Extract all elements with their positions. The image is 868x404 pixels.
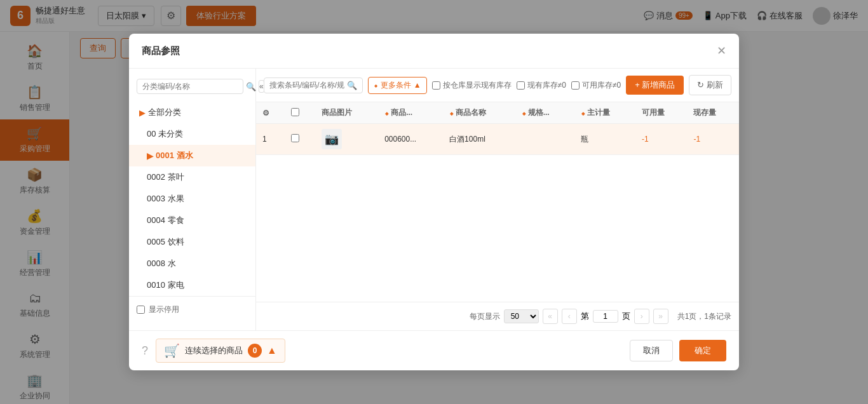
footer-right: 取消 确定 [630,340,726,361]
row-available: -1 [635,124,688,155]
table-row[interactable]: 1 📷 000600... 白酒100ml 瓶 -1 -1 [256,124,739,155]
page-number-input[interactable] [593,310,618,323]
stock-nonzero-checkbox[interactable] [517,81,525,90]
category-panel: 🔍 « ▶ 全部分类 00 未分类 ▶ 0001 酒水 0002 茶叶 [129,69,256,330]
category-item-0004[interactable]: 0004 零食 [129,210,255,231]
first-page-button[interactable]: « [543,309,558,324]
total-info: 共1页，1条记录 [677,311,731,322]
stock-nonzero-label[interactable]: 现有库存≠0 [517,80,566,91]
cart-label: 连续选择的商品 [185,345,243,356]
sort-icon: ⬥ [522,109,526,118]
search-icon: 🔍 [246,82,256,91]
th-stock: 现存量 [687,102,739,124]
product-image: 📷 [322,129,342,149]
product-search-input[interactable] [269,81,344,90]
cancel-button[interactable]: 取消 [630,340,673,361]
sort-icon: ⬥ [384,109,389,118]
page-prefix-label: 第 [581,311,589,322]
modal-title: 商品参照 [142,45,180,57]
modal-header: 商品参照 ✕ [129,34,739,69]
pagination-row: 每页显示 50 100 « ‹ 第 页 › » 共1页，1条记录 [256,302,739,330]
th-checkbox [285,102,315,124]
cart-icon: 🛒 [164,343,180,358]
show-disabled-label[interactable]: 显示停用 [137,304,248,315]
category-search-input[interactable] [137,79,243,94]
category-item-00[interactable]: 00 未分类 [129,123,255,145]
refresh-product-button[interactable]: ↻ 刷新 [689,75,731,95]
row-index: 1 [256,124,285,155]
product-table: ⚙ 商品图片 ⬥商品... ⬥商品名称 ⬥规格... ⬥主计量 可用量 现存量 [256,102,739,302]
row-code: 000600... [378,124,443,155]
footer-left: ? 🛒 连续选择的商品 0 ▲ [142,339,285,363]
warehouse-checkbox[interactable] [432,81,440,90]
available-nonzero-checkbox[interactable] [571,81,580,90]
settings-icon: ⚙ [262,109,269,118]
th-spec[interactable]: ⬥规格... [515,102,574,124]
filter-button[interactable]: ⬥ 更多条件 ▲ [368,77,427,94]
th-name[interactable]: ⬥商品名称 [443,102,515,124]
th-available: 可用量 [635,102,688,124]
row-stock: -1 [687,124,739,155]
select-all-checkbox[interactable] [291,108,299,116]
category-item-0002[interactable]: 0002 茶叶 [129,166,255,188]
available-nonzero-label[interactable]: 可用库存≠0 [571,80,621,91]
row-checkbox [285,124,315,155]
row-image: 📷 [315,124,378,155]
page-size-select[interactable]: 50 100 [504,309,539,323]
product-reference-modal: 商品参照 ✕ 🔍 « ▶ 全部分类 00 未分类 ▶ 0001 酒水 [129,34,739,370]
expand-icon: ▶ [147,151,153,161]
close-button[interactable]: ✕ [717,44,726,58]
expand-icon: ▶ [139,108,146,118]
th-unit[interactable]: ⬥主计量 [574,102,635,124]
prev-page-button[interactable]: ‹ [562,309,577,324]
sort-icon: ⬥ [581,109,585,118]
category-item-0008[interactable]: 0008 水 [129,253,255,274]
search-icon: 🔍 [347,81,357,90]
cart-count: 0 [248,344,262,358]
warehouse-checkbox-label[interactable]: 按仓库显示现有库存 [432,80,512,91]
row-select-checkbox[interactable] [291,134,299,142]
filter-icon: ⬥ [374,81,378,90]
category-footer: 显示停用 [129,296,255,323]
category-item-0010[interactable]: 0010 家电 [129,274,255,296]
help-icon[interactable]: ? [142,344,148,358]
row-unit: 瓶 [574,124,635,155]
product-search-box: 🔍 [264,77,363,93]
cart-collapse-button[interactable]: ▲ [267,345,277,356]
category-item-0001[interactable]: ▶ 0001 酒水 [129,145,255,166]
th-code[interactable]: ⬥商品... [378,102,443,124]
row-spec [515,124,574,155]
product-table-element: ⚙ 商品图片 ⬥商品... ⬥商品名称 ⬥规格... ⬥主计量 可用量 现存量 [256,102,739,155]
product-toolbar: 🔍 ⬥ 更多条件 ▲ 按仓库显示现有库存 现有库存≠0 可用库存≠0 [256,69,739,102]
next-page-button[interactable]: › [634,309,649,324]
category-item-0003[interactable]: 0003 水果 [129,188,255,210]
modal-body: 🔍 « ▶ 全部分类 00 未分类 ▶ 0001 酒水 0002 茶叶 [129,69,739,330]
show-disabled-checkbox[interactable] [137,306,145,314]
page-size-label: 每页显示 [470,311,500,322]
modal-footer: ? 🛒 连续选择的商品 0 ▲ 取消 确定 [129,330,739,370]
th-image: 商品图片 [315,102,378,124]
category-item-all[interactable]: ▶ 全部分类 [129,102,255,123]
chevron-up-icon: ▲ [414,81,421,90]
sort-icon: ⬥ [449,109,454,118]
cart-area: 🛒 连续选择的商品 0 ▲ [156,339,285,363]
th-settings: ⚙ [256,102,285,124]
page-suffix-label: 页 [622,311,630,322]
row-name: 白酒100ml [443,124,515,155]
category-list: ▶ 全部分类 00 未分类 ▶ 0001 酒水 0002 茶叶 0003 水果 [129,102,255,296]
category-search-area: 🔍 « [129,76,255,97]
last-page-button[interactable]: » [653,309,668,324]
add-product-button[interactable]: + 新增商品 [626,76,684,95]
category-item-0005[interactable]: 0005 饮料 [129,231,255,253]
product-panel: 🔍 ⬥ 更多条件 ▲ 按仓库显示现有库存 现有库存≠0 可用库存≠0 [256,69,739,330]
confirm-button[interactable]: 确定 [679,340,726,361]
table-header-row: ⚙ 商品图片 ⬥商品... ⬥商品名称 ⬥规格... ⬥主计量 可用量 现存量 [256,102,739,124]
